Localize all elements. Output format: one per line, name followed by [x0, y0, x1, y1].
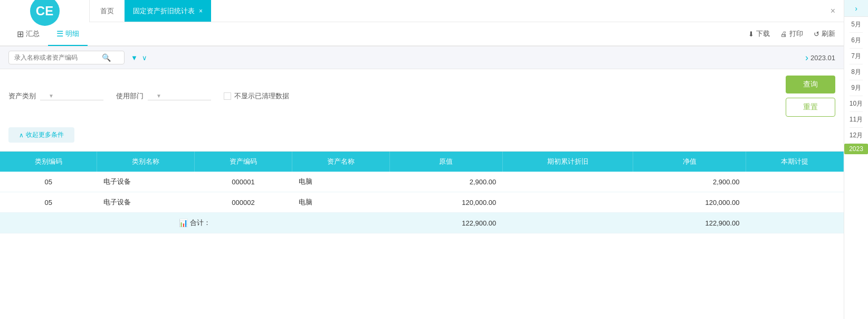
- summary-label-text: 合计：: [190, 218, 211, 228]
- summary-net-value: 122,900.00: [633, 213, 746, 233]
- cell-net-value: 120,000.00: [633, 192, 746, 213]
- filter-panel: 资产类别 ▼ 使用部门 ▼ 不显示已清理数据 查询 重置: [0, 69, 844, 152]
- more-conditions-button[interactable]: ▼ ∨: [131, 54, 147, 62]
- close-tab-icon[interactable]: ×: [199, 7, 203, 15]
- toolbar-right: ⬇ 下载 🖨 打印 ↺ 刷新: [748, 29, 835, 39]
- cell-category-name: 电子设备: [97, 192, 195, 213]
- download-button[interactable]: ⬇ 下载: [748, 29, 770, 39]
- month-item[interactable]: 9月: [850, 80, 863, 96]
- search-bar: 🔍 ▼ ∨ › 2023.01: [0, 46, 844, 69]
- col-category-code: 类别编码: [0, 152, 97, 172]
- department-select[interactable]: ▼: [148, 92, 211, 100]
- query-button[interactable]: 查询: [786, 76, 835, 93]
- cell-asset-name: 电脑: [292, 192, 390, 213]
- cell-category-code: 05: [0, 192, 97, 213]
- right-sidebar: › 5月6月7月8月9月10月11月12月 2023: [844, 0, 868, 319]
- summary-original-value: 122,900.00: [389, 213, 502, 233]
- table-container: 类别编码 类别名称 资产编码 资产名称 原值 期初累计折旧 净值 本期计提 05…: [0, 152, 844, 319]
- search-icon: 🔍: [102, 53, 111, 62]
- sidebar-up-arrow[interactable]: ›: [844, 0, 868, 17]
- refresh-button[interactable]: ↺ 刷新: [814, 29, 835, 39]
- asset-type-select[interactable]: ▼: [40, 92, 103, 100]
- summary-spacer: [292, 213, 390, 233]
- cell-accumulated-dep: [502, 192, 633, 213]
- col-category-name: 类别名称: [97, 152, 195, 172]
- layers-icon: ⊞: [17, 29, 24, 39]
- month-item[interactable]: 7月: [850, 49, 863, 64]
- top-nav: CE 首页 固定资产折旧统计表 × ×: [0, 0, 844, 22]
- date-label: 2023.01: [810, 54, 835, 62]
- table-row: 05 电子设备 000001 电脑 2,900.00 2,900.00: [0, 172, 844, 192]
- search-input-wrap[interactable]: 🔍: [8, 51, 125, 64]
- brand-logo: CE: [30, 0, 60, 26]
- asset-type-filter: 资产类别 ▼: [8, 91, 103, 101]
- search-input[interactable]: [14, 54, 99, 61]
- month-item[interactable]: 10月: [850, 96, 863, 112]
- print-label: 打印: [789, 29, 803, 39]
- cell-asset-code: 000001: [195, 172, 292, 192]
- asset-type-label: 资产类别: [8, 91, 36, 101]
- collapse-icon: ∧: [19, 132, 24, 139]
- month-item[interactable]: 5月: [850, 17, 863, 33]
- detail-tab[interactable]: ☰ 明细: [48, 23, 88, 46]
- summary-tab[interactable]: ⊞ 汇总: [8, 23, 48, 46]
- toolbar: ⊞ 汇总 ☰ 明细 ⬇ 下载 🖨 打印 ↺ 刷新: [0, 22, 844, 46]
- filter-actions: 查询 重置: [786, 76, 835, 117]
- table-header-row: 类别编码 类别名称 资产编码 资产名称 原值 期初累计折旧 净值 本期计提: [0, 152, 844, 172]
- summary-label-cell: 📊 合计：: [97, 213, 292, 233]
- cell-accumulated-dep: [502, 172, 633, 192]
- active-tab[interactable]: 固定资产折旧统计表 ×: [125, 0, 211, 22]
- asset-type-arrow-icon: ▼: [49, 93, 54, 99]
- summary-accumulated-dep: [502, 213, 633, 233]
- chevron-down-icon: ∨: [142, 54, 147, 62]
- cell-original-value: 120,000.00: [389, 192, 502, 213]
- summary-row: 📊 合计： 122,900.00 122,900.00: [0, 213, 844, 233]
- reset-button[interactable]: 重置: [786, 98, 835, 117]
- active-tab-label: 固定资产折旧统计表: [133, 6, 195, 16]
- month-item[interactable]: 8月: [850, 64, 863, 80]
- brand-area: CE: [0, 0, 90, 22]
- hide-cleared-checkbox[interactable]: [224, 92, 231, 100]
- cell-original-value: 2,900.00: [389, 172, 502, 192]
- col-original-value: 原值: [389, 152, 502, 172]
- cell-category-code: 05: [0, 172, 97, 192]
- cell-category-name: 电子设备: [97, 172, 195, 192]
- cell-asset-name: 电脑: [292, 172, 390, 192]
- summary-icon: 📊: [179, 219, 188, 227]
- refresh-icon: ↺: [814, 30, 819, 38]
- department-label: 使用部门: [116, 91, 144, 101]
- department-arrow-icon: ▼: [156, 93, 161, 99]
- hide-cleared-item[interactable]: 不显示已清理数据: [224, 91, 289, 101]
- month-item[interactable]: 12月: [850, 128, 863, 144]
- table-row: 05 电子设备 000002 电脑 120,000.00 120,000.00: [0, 192, 844, 213]
- download-label: 下载: [756, 29, 770, 39]
- chevron-right-icon: ›: [805, 52, 808, 63]
- year-badge: 2023: [844, 144, 868, 154]
- nav-home-button[interactable]: 首页: [90, 0, 125, 22]
- download-icon: ⬇: [748, 30, 754, 38]
- summary-current-dep: [746, 213, 844, 233]
- data-table: 类别编码 类别名称 资产编码 资产名称 原值 期初累计折旧 净值 本期计提 05…: [0, 152, 844, 233]
- close-window-button[interactable]: ×: [831, 6, 835, 16]
- col-asset-name: 资产名称: [292, 152, 390, 172]
- hide-cleared-label: 不显示已清理数据: [234, 91, 289, 101]
- cell-net-value: 2,900.00: [633, 172, 746, 192]
- cell-current-dep: [746, 192, 844, 213]
- summary-label: 汇总: [26, 29, 40, 39]
- print-button[interactable]: 🖨 打印: [780, 29, 803, 39]
- month-item[interactable]: 11月: [850, 112, 863, 128]
- col-net-value: 净值: [633, 152, 746, 172]
- col-current-depreciation: 本期计提: [746, 152, 844, 172]
- month-item[interactable]: 6月: [850, 33, 863, 49]
- col-asset-code: 资产编码: [195, 152, 292, 172]
- filter-row: 资产类别 ▼ 使用部门 ▼ 不显示已清理数据 查询 重置: [8, 76, 835, 117]
- cell-asset-code: 000002: [195, 192, 292, 213]
- summary-icon-cell: [0, 213, 97, 233]
- print-icon: 🖨: [780, 30, 787, 38]
- detail-label: 明细: [65, 29, 79, 39]
- collapse-button[interactable]: ∧ 收起更多条件: [8, 127, 74, 143]
- col-accumulated-depreciation: 期初累计折旧: [502, 152, 633, 172]
- collapse-label: 收起更多条件: [26, 130, 64, 139]
- department-filter: 使用部门 ▼: [116, 91, 211, 101]
- date-display: › 2023.01: [805, 52, 835, 63]
